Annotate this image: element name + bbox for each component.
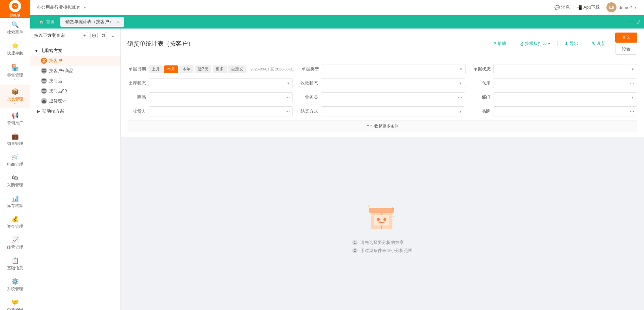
out-status-arrow: ▼: [286, 82, 290, 85]
payment-status-label: 收款状态: [300, 80, 318, 86]
tree-item-by-customer-product[interactable]: 按客户+商品: [30, 66, 120, 76]
sidebar-item-basic[interactable]: 📋 基础信息: [0, 254, 30, 274]
refresh-btn[interactable]: ↻ 刷新: [589, 39, 608, 48]
tab-close-icon[interactable]: ×: [117, 19, 119, 24]
sidebar-item-sales[interactable]: 💼 销售管理: [0, 129, 30, 150]
edit-scheme-btn[interactable]: [90, 32, 98, 39]
ecommerce-icon: 🛒: [11, 153, 19, 161]
date-btn-last-month[interactable]: 上月: [149, 65, 163, 73]
sidebar-item-purchase[interactable]: 🛍 采购管理: [0, 171, 30, 191]
collapse-icon: «: [112, 33, 114, 38]
refresh-icon: ↻: [592, 41, 596, 46]
top-header: 办公用品行业模拟账套 ▼ 💬 消息 📲 App下载 Ea demo2 ▼: [30, 0, 644, 15]
user-info[interactable]: Ea demo2 ▼: [606, 2, 637, 12]
refresh-scheme-btn[interactable]: [100, 32, 107, 39]
date-btn-more[interactable]: 更多: [213, 65, 227, 73]
order-type-select[interactable]: ▼: [322, 64, 466, 74]
mobile-group-header[interactable]: ▶ 移动端方案: [30, 106, 120, 116]
finance-icon: 💰: [11, 215, 19, 223]
export-btn[interactable]: ⬇ 导出: [562, 39, 581, 48]
filter-row-3: 商品 ··· 业务员 ··· 部门: [127, 92, 637, 102]
user-arrow-icon: ▼: [634, 6, 637, 9]
out-status-select[interactable]: ▼: [149, 78, 293, 88]
sidebar-item-wholesale[interactable]: 📦 批发管理 ▲: [0, 85, 30, 108]
sidebar-item-ecommerce[interactable]: 🛒 电商管理: [0, 150, 30, 171]
dept-label: 部门: [472, 94, 490, 100]
sidebar-item-marketing[interactable]: 📢 营销推广: [0, 108, 30, 129]
product-label: 商品: [127, 94, 146, 100]
consignee-input[interactable]: ···: [149, 106, 293, 116]
product99-icon: [41, 88, 47, 94]
desktop-group: ▼ 电脑端方案 客 按客户 按客户+商品: [30, 46, 120, 106]
app-download-btn[interactable]: 📲 App下载: [577, 4, 600, 10]
add-scheme-btn[interactable]: +: [81, 32, 88, 39]
date-btn-7days[interactable]: 近7天: [195, 65, 211, 73]
date-btn-this-year[interactable]: 本年: [179, 65, 194, 73]
tab-minimize-icon[interactable]: —: [628, 19, 633, 25]
consignee-filter: 收货人 ···: [127, 106, 293, 116]
empty-tips: 1 请先选择要分析的方案 2 用过滤条件来缩小分析范围: [352, 240, 413, 254]
date-btn-custom[interactable]: 自定义: [228, 65, 246, 73]
scheme-tree: ▼ 电脑端方案 客 按客户 按客户+商品: [30, 43, 120, 119]
tab-expand-icon[interactable]: ⤢: [636, 19, 641, 25]
settlement-select[interactable]: ▼: [321, 106, 465, 116]
tree-item-by-product[interactable]: 按商品: [30, 76, 120, 86]
warehouse-input[interactable]: ···: [493, 78, 637, 88]
svg-rect-8: [42, 82, 46, 83]
sidebar-item-finance[interactable]: 💰 资金管理: [0, 212, 30, 233]
tree-item-return-stats[interactable]: 退货统计: [30, 96, 120, 106]
desktop-group-header[interactable]: ▼ 电脑端方案: [30, 46, 120, 56]
sidebar-item-retail[interactable]: 🏪 零售管理 ▼: [0, 61, 30, 85]
payment-status-select[interactable]: ▼: [321, 78, 465, 88]
action-divider-1: [513, 41, 513, 46]
download-icon: 📲: [577, 5, 582, 10]
date-btn-this-month[interactable]: 本月: [164, 65, 178, 73]
sidebar-enterprise-label: 企业协同: [7, 307, 23, 310]
product-filter: 商品 ···: [127, 92, 293, 102]
tree-item-by-customer[interactable]: 客 按客户: [30, 56, 120, 66]
action-divider-3: [585, 41, 585, 46]
by-customer-product-label: 按客户+商品: [49, 68, 73, 74]
sidebar-quicknav[interactable]: ⭐ 快捷导航: [0, 39, 30, 59]
help-btn[interactable]: ? 帮助: [491, 39, 509, 48]
order-status-label: 单据状态: [472, 66, 491, 72]
dept-filter: 部门 ▼: [472, 92, 637, 102]
svg-rect-13: [43, 100, 44, 103]
retail-icon: 🏪: [11, 64, 19, 71]
svg-rect-3: [44, 69, 46, 70]
empty-tip-2-text: 用过滤条件来缩小分析范围: [360, 248, 413, 254]
collapse-up-icon: ⌃⌃: [366, 124, 373, 129]
date-label: 单据日期: [127, 66, 146, 72]
sidebar-search-label: 搜索菜单: [7, 30, 23, 35]
salesperson-input[interactable]: ···: [321, 92, 465, 102]
sidebar-item-inventory[interactable]: 📊 库存核算: [0, 191, 30, 212]
query-btn[interactable]: 查询: [615, 33, 637, 43]
settings-btn[interactable]: 设置: [615, 44, 637, 55]
desktop-group-label: 电脑端方案: [41, 48, 62, 54]
sales-icon: 💼: [11, 133, 19, 140]
sidebar-item-system[interactable]: ⚙️ 系统管理: [0, 274, 30, 295]
print-template-btn[interactable]: 🖨 按模板打印 ▼: [517, 39, 553, 48]
print-icon: 🖨: [520, 41, 524, 46]
sidebar-item-operations[interactable]: 📈 经营管理: [0, 233, 30, 254]
product-input[interactable]: ···: [149, 92, 293, 102]
sidebar-item-enterprise[interactable]: 🤝 企业协同: [0, 295, 30, 310]
messages-btn[interactable]: 💬 消息: [554, 4, 570, 10]
collapse-more-btn[interactable]: ⌃⌃ 收起更多条件: [127, 120, 637, 132]
username: demo2: [619, 5, 632, 10]
empty-illustration: ✦ ✦ ✦: [362, 194, 402, 234]
tab-current[interactable]: 销货单统计表（按客户） ×: [60, 17, 124, 27]
order-status-select[interactable]: ▼: [493, 64, 637, 74]
collapse-panel-btn[interactable]: «: [109, 32, 116, 39]
tree-item-by-product-99[interactable]: 按商品99: [30, 86, 120, 96]
industry-selector[interactable]: 办公用品行业模拟账套 ▼: [37, 4, 87, 10]
tab-home[interactable]: 🏠 首页: [34, 17, 60, 27]
brand-input[interactable]: ···: [493, 106, 637, 116]
dept-select[interactable]: ▼: [493, 92, 637, 102]
inventory-icon: 📊: [11, 195, 19, 202]
app-logo: 标账版: [0, 0, 30, 18]
empty-tip-1-text: 请先选择要分析的方案: [360, 240, 404, 246]
sidebar-search[interactable]: 🔍 搜索菜单: [0, 18, 30, 39]
return-stats-label: 退货统计: [49, 98, 66, 104]
system-icon: ⚙️: [11, 278, 19, 285]
